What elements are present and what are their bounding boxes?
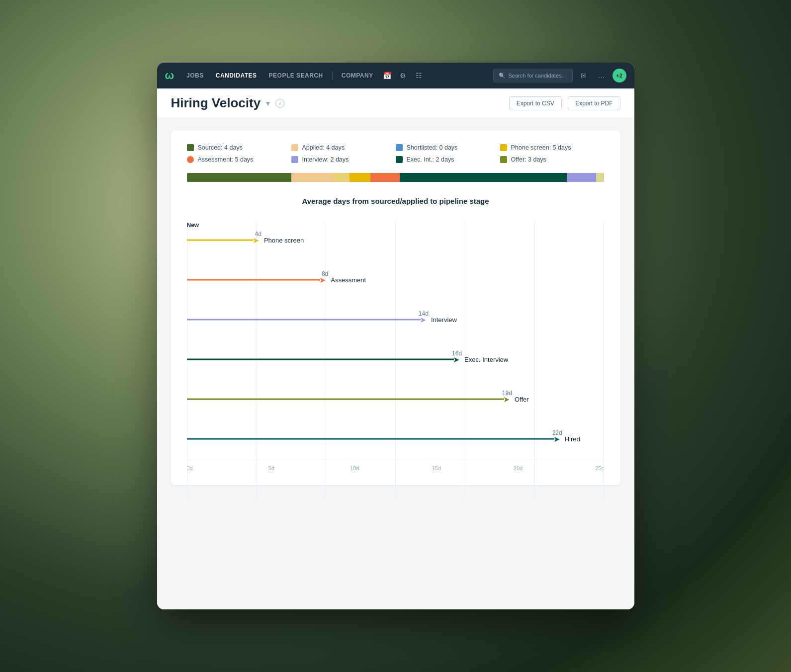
gantt-row-phone: New 4d ➤ Phone screen: [187, 220, 605, 260]
x-tick-5: 5d: [268, 465, 350, 471]
sourced-label: Sourced: 4 days: [198, 144, 243, 151]
export-pdf-button[interactable]: Export to PDF: [568, 96, 620, 110]
phone-swatch: [500, 144, 507, 151]
grid-icon[interactable]: ☷: [412, 69, 426, 83]
interview-swatch: [291, 156, 298, 163]
bar-phone: [350, 173, 370, 182]
x-tick-0: 0d: [187, 465, 268, 471]
x-tick-20: 20d: [514, 465, 595, 471]
gantt-start-new: New: [187, 222, 199, 229]
nav-divider: [332, 71, 333, 81]
gantt-end-interview: Interview: [431, 316, 457, 324]
offer-swatch: [500, 156, 507, 163]
exec-label: Exec. Int.: 2 days: [407, 156, 454, 163]
title-area: Hiring Velocity ▼ i: [171, 95, 284, 111]
gantt-end-offer: Offer: [515, 396, 529, 403]
dropdown-arrow-icon[interactable]: ▼: [264, 99, 271, 107]
x-tick-10: 10d: [350, 465, 432, 471]
shortlisted-label: Shortlisted: 0 days: [407, 144, 458, 151]
nav-right: 🔍 Search for candidates... ✉ … +2: [493, 69, 626, 83]
interview-label: Interview: 2 days: [302, 156, 349, 163]
gantt-area: New 4d ➤ Phone screen 8d: [187, 220, 605, 471]
apps-icon[interactable]: …: [595, 69, 609, 83]
gantt-days-interview: 14d: [419, 310, 429, 317]
search-icon: 🔍: [499, 73, 506, 79]
legend-item-shortlisted: Shortlisted: 0 days: [396, 144, 500, 151]
gantt-end-phone: Phone screen: [264, 237, 304, 244]
legend-item-interview: Interview: 2 days: [291, 156, 396, 163]
gantt-line-exec: 16d: [187, 359, 454, 360]
nav-item-company[interactable]: COMPANY: [337, 69, 378, 82]
legend: Sourced: 4 days Applied: 4 days Shortlis…: [187, 144, 605, 163]
gantt-row-assessment: 8d ➤ Assessment: [187, 260, 605, 300]
assessment-label: Assessment: 5 days: [198, 156, 254, 163]
legend-item-assessment: Assessment: 5 days: [187, 156, 291, 163]
calendar-icon[interactable]: 📅: [380, 69, 394, 83]
info-icon[interactable]: i: [275, 99, 284, 108]
gantt-line-offer: 19d: [187, 399, 504, 400]
mail-icon[interactable]: ✉: [577, 69, 591, 83]
gantt-line-hired: 22d: [187, 438, 554, 440]
logo[interactable]: ω: [165, 69, 174, 82]
bar-exec: [400, 173, 567, 182]
gantt-line-assessment: 8d: [187, 279, 321, 281]
phone-label: Phone screen: 5 days: [511, 144, 571, 151]
navbar: ω JOBS CANDIDATES PEOPLE SEARCH COMPANY …: [157, 63, 634, 88]
x-axis: 0d 5d 10d 15d 20d 25d: [187, 461, 605, 471]
legend-item-exec: Exec. Int.: 2 days: [396, 156, 500, 163]
main-content: Sourced: 4 days Applied: 4 days Shortlis…: [157, 118, 634, 609]
x-tick-25: 25d: [595, 465, 604, 471]
gantt-row-interview: 14d ➤ Interview: [187, 300, 605, 339]
applied-label: Applied: 4 days: [302, 144, 345, 151]
legend-item-applied: Applied: 4 days: [291, 144, 396, 151]
gantt-days-offer: 19d: [502, 390, 512, 397]
gantt-end-assessment: Assessment: [331, 276, 366, 284]
settings-icon[interactable]: ⚙: [396, 69, 410, 83]
gantt-days-exec: 16d: [452, 350, 462, 357]
gantt-row-offer: 19d ➤ Offer: [187, 379, 605, 419]
shortlisted-swatch: [396, 144, 403, 151]
x-tick-15: 15d: [432, 465, 513, 471]
bar-strip: [187, 173, 605, 182]
nav-item-candidates[interactable]: CANDIDATES: [211, 69, 262, 82]
search-bar[interactable]: 🔍 Search for candidates...: [493, 69, 573, 83]
gantt-row-hired: 22d ➤ Hired: [187, 419, 605, 459]
bar-offer: [596, 173, 605, 182]
gantt-days-hired: 22d: [552, 429, 562, 436]
bar-interview: [567, 173, 596, 182]
sourced-swatch: [187, 144, 194, 151]
assessment-swatch: [187, 156, 194, 163]
avatar[interactable]: +2: [613, 69, 626, 83]
nav-item-jobs[interactable]: JOBS: [181, 69, 209, 82]
applied-swatch: [291, 144, 298, 151]
browser-window: ω JOBS CANDIDATES PEOPLE SEARCH COMPANY …: [157, 63, 634, 609]
gantt-line-phone: 4d: [187, 240, 254, 241]
legend-item-sourced: Sourced: 4 days: [187, 144, 291, 151]
bar-shortlisted: [333, 173, 350, 182]
gantt-days-assessment: 8d: [322, 270, 328, 277]
search-placeholder: Search for candidates...: [509, 73, 566, 79]
page-header: Hiring Velocity ▼ i Export to CSV Export…: [157, 88, 634, 118]
export-buttons: Export to CSV Export to PDF: [509, 96, 620, 110]
legend-item-offer: Offer: 3 days: [500, 156, 605, 163]
gantt-end-hired: Hired: [565, 435, 580, 443]
gantt-end-exec: Exec. Interview: [464, 356, 508, 363]
gantt-days-phone: 4d: [255, 231, 262, 238]
bar-assessment: [370, 173, 400, 182]
chart-title: Average days from sourced/applied to pip…: [187, 197, 605, 205]
page-title: Hiring Velocity: [171, 95, 261, 111]
gantt-line-interview: 14d: [187, 319, 421, 321]
bar-applied: [291, 173, 333, 182]
bar-sourced: [187, 173, 291, 182]
legend-item-phone: Phone screen: 5 days: [500, 144, 605, 151]
gantt-row-exec: 16d ➤ Exec. Interview: [187, 339, 605, 379]
export-csv-button[interactable]: Export to CSV: [509, 96, 562, 110]
nav-item-people-search[interactable]: PEOPLE SEARCH: [264, 69, 328, 82]
chart-card: Sourced: 4 days Applied: 4 days Shortlis…: [171, 130, 620, 485]
exec-swatch: [396, 156, 403, 163]
offer-label: Offer: 3 days: [511, 156, 546, 163]
